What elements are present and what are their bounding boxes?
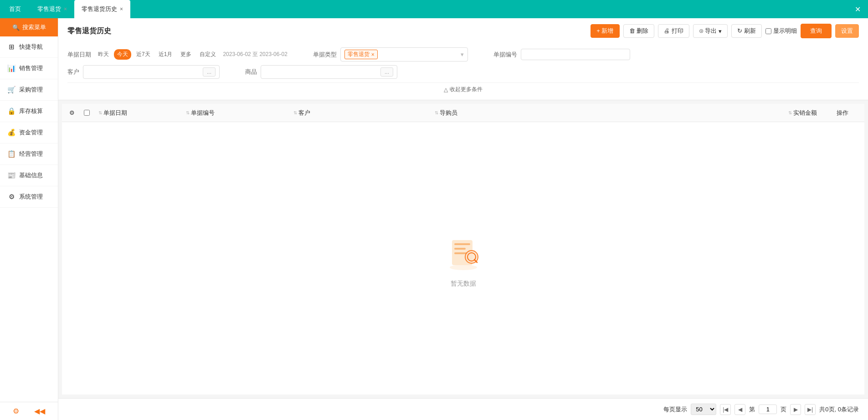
customer-label: 客户: [67, 68, 79, 76]
th-customer-label: 客户: [298, 109, 310, 117]
sidebar-item-label: 快捷导航: [19, 43, 43, 51]
empty-icon: [441, 229, 486, 274]
date-filter-group: 单据日期 昨天 今天 近7天 近1月 更多 自定义 2023-06-02 至 2…: [67, 49, 288, 60]
filter-area: 单据日期 昨天 今天 近7天 近1月 更多 自定义 2023-06-02 至 2…: [67, 44, 859, 100]
filter-row-1: 单据日期 昨天 今天 近7天 近1月 更多 自定义 2023-06-02 至 2…: [67, 47, 859, 61]
customer-ellipsis-button[interactable]: ...: [203, 67, 216, 77]
th-actions: 操作: [824, 109, 861, 117]
doc-type-select[interactable]: 零售退货 × ▾: [340, 47, 468, 61]
settings-button[interactable]: 设置: [835, 24, 859, 38]
export-label: ⊙ 导出: [699, 27, 717, 35]
th-gear[interactable]: ⚙: [66, 109, 80, 116]
sidebar-item-label: 系统管理: [19, 193, 43, 201]
collapse-more-btn[interactable]: △ 收起更多条件: [67, 82, 859, 96]
page-number-input[interactable]: [759, 405, 777, 414]
sidebar-search[interactable]: 🔍 搜索菜单: [0, 18, 58, 36]
page-title: 零售退货历史: [67, 26, 111, 36]
doc-type-tag: 零售退货 ×: [344, 50, 378, 59]
goods-input-group: ...: [261, 65, 397, 79]
refresh-button[interactable]: ↻ 刷新: [731, 24, 762, 38]
th-no-label: 单据编号: [191, 109, 215, 117]
sidebar-item-quick-nav[interactable]: ⊞ 快捷导航: [0, 36, 58, 58]
page-title-row: 零售退货历史 + 新增 🗑 删除 🖨 打印 ⊙ 导出 ▾ ↻ 刷新 显示明细 查…: [67, 24, 859, 38]
page-first-btn[interactable]: |◀: [720, 404, 731, 415]
date-btn-today[interactable]: 今天: [114, 49, 131, 60]
show-detail-checkbox[interactable]: [765, 28, 771, 34]
tab-return-label: 零售退货: [37, 5, 61, 13]
doc-type-dropdown-icon: ▾: [461, 51, 464, 58]
date-btn-7days[interactable]: 近7天: [133, 49, 154, 60]
export-dropdown-icon: ▾: [719, 28, 722, 35]
delete-button[interactable]: 🗑 删除: [623, 24, 655, 38]
sales-mgmt-icon: 📊: [7, 64, 15, 72]
tab-return[interactable]: 零售退货 ×: [30, 0, 74, 18]
goods-ellipsis-button[interactable]: ...: [380, 67, 393, 77]
pagination: 每页显示 50 10 20 100 |◀ ◀ 第 页 ▶ ▶| 共0页, 0条记…: [58, 398, 868, 420]
total-info: 共0页, 0条记录: [819, 405, 859, 414]
sidebar-item-sales-mgmt[interactable]: 📊 销售管理: [0, 58, 58, 79]
sidebar-item-purchase-mgmt[interactable]: 🛒 采购管理: [0, 79, 58, 101]
content-wrapper: ⚙ ⇅ 单据日期 ⇅ 单据编号 ⇅ 客户: [62, 104, 864, 394]
top-bar: 首页 零售退货 × 零售退货历史 × ✕: [0, 0, 868, 18]
th-sort-icon: ⇅: [98, 110, 102, 115]
sidebar-bottom: ⚙ ◀◀: [0, 402, 58, 420]
select-all-checkbox[interactable]: [84, 110, 90, 116]
print-button[interactable]: 🖨 打印: [658, 24, 689, 38]
inventory-icon: 🔒: [7, 107, 15, 115]
sidebar-item-system-mgmt[interactable]: ⚙ 系统管理: [0, 186, 58, 208]
date-filter-label: 单据日期: [67, 51, 91, 59]
date-btn-more[interactable]: 更多: [177, 49, 195, 60]
tab-bar: 首页 零售退货 × 零售退货历史 ×: [0, 0, 847, 18]
sidebar-item-finance[interactable]: 💰 资金管理: [0, 122, 58, 143]
topbar-close-icon[interactable]: ✕: [847, 5, 868, 14]
export-button[interactable]: ⊙ 导出 ▾: [693, 24, 728, 38]
table-area: ⚙ ⇅ 单据日期 ⇅ 单据编号 ⇅ 客户: [62, 104, 864, 394]
customer-filter-group: 客户 ...: [67, 65, 220, 79]
doc-no-input[interactable]: [521, 49, 630, 60]
sidebar-item-label: 采购管理: [19, 86, 43, 94]
svg-rect-3: [454, 248, 466, 250]
date-btn-1month[interactable]: 近1月: [155, 49, 176, 60]
doc-no-filter-group: 单据编号: [493, 49, 630, 60]
doc-no-label: 单据编号: [493, 51, 517, 59]
page-prev-btn[interactable]: ◀: [734, 404, 745, 415]
doc-type-tag-remove[interactable]: ×: [371, 51, 375, 58]
th-sort-icon-no: ⇅: [186, 110, 190, 115]
tab-return-history[interactable]: 零售退货历史 ×: [74, 0, 130, 18]
basic-info-icon: 📰: [7, 171, 15, 179]
doc-type-label: 单据类型: [313, 51, 337, 59]
sidebar-speaker-icon[interactable]: ◀◀: [34, 407, 45, 415]
page-next-btn[interactable]: ▶: [790, 404, 801, 415]
filter-row-2: 客户 ... 商品 ...: [67, 65, 859, 79]
sidebar-gear-icon[interactable]: ⚙: [13, 407, 19, 415]
sidebar-item-label: 经营管理: [19, 150, 43, 158]
tab-home[interactable]: 首页: [0, 0, 30, 18]
sidebar-item-basic-info[interactable]: 📰 基础信息: [0, 165, 58, 186]
quick-nav-icon: ⊞: [7, 43, 15, 51]
svg-rect-2: [454, 243, 470, 245]
add-button[interactable]: + 新增: [591, 24, 619, 38]
tab-return-close[interactable]: ×: [64, 6, 67, 12]
th-date: ⇅ 单据日期: [95, 109, 182, 117]
finance-icon: 💰: [7, 128, 15, 137]
doc-type-select-content: 零售退货 ×: [344, 50, 461, 59]
tab-return-history-label: 零售退货历史: [82, 5, 117, 13]
doc-type-filter-group: 单据类型 零售退货 × ▾: [313, 47, 468, 61]
page-size-label: 每页显示: [663, 405, 687, 414]
th-checkbox-cell: [80, 110, 95, 116]
th-sort-icon-amount: ⇅: [788, 110, 792, 115]
sidebar-item-label: 库存核算: [19, 107, 43, 115]
query-button[interactable]: 查询: [801, 24, 832, 38]
date-btn-custom[interactable]: 自定义: [196, 49, 219, 60]
sidebar-item-inventory[interactable]: 🔒 库存核算: [0, 101, 58, 122]
sidebar-item-business[interactable]: 📋 经营管理: [0, 143, 58, 165]
customer-input[interactable]: [87, 69, 201, 76]
date-btn-yesterday[interactable]: 昨天: [95, 49, 112, 60]
show-detail-checkbox-group: 显示明细: [765, 27, 797, 35]
goods-filter-group: 商品 ...: [245, 65, 397, 79]
tab-return-history-close[interactable]: ×: [120, 6, 123, 12]
page-size-select[interactable]: 50 10 20 100: [691, 404, 716, 415]
goods-input[interactable]: [265, 69, 379, 76]
page-last-btn[interactable]: ▶|: [805, 404, 816, 415]
svg-point-0: [450, 265, 477, 270]
